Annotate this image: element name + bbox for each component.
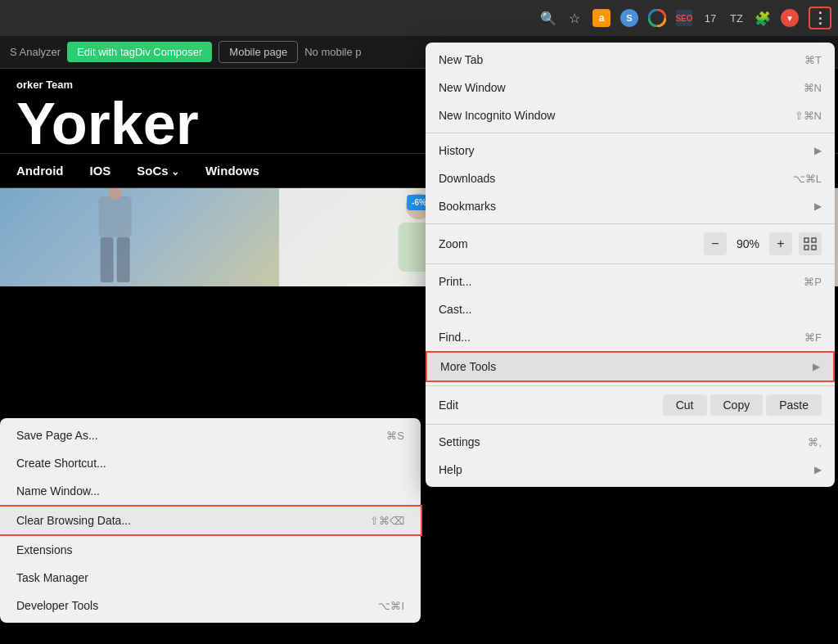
find-item[interactable]: Find... ⌘F (426, 323, 835, 351)
extensions-item[interactable]: Extensions (0, 536, 421, 564)
name-window-label: Name Window... (16, 484, 100, 498)
amazon-ext-icon[interactable]: a (592, 9, 610, 27)
more-tools-arrow-icon: ▶ (813, 361, 820, 372)
settings-shortcut: ⌘, (808, 436, 822, 448)
chrome-main-menu: New Tab ⌘T New Window ⌘N New Incognito W… (426, 43, 835, 487)
create-shortcut-label: Create Shortcut... (16, 457, 106, 470)
clear-browsing-label: Clear Browsing Data... (16, 514, 131, 527)
search-icon[interactable]: 🔍 (540, 10, 556, 26)
no-mobile-label: No mobile p (304, 46, 361, 58)
edit-row: Edit Cut Copy Paste (426, 390, 835, 421)
help-arrow-icon: ▶ (814, 464, 822, 475)
svg-rect-12 (812, 245, 816, 250)
developer-tools-label: Developer Tools (16, 599, 98, 612)
mobile-page-button[interactable]: Mobile page (219, 41, 298, 63)
svg-rect-3 (117, 237, 130, 282)
svg-rect-2 (101, 237, 114, 282)
new-window-item[interactable]: New Window ⌘N (426, 74, 835, 101)
new-incognito-shortcut: ⇧⌘N (795, 110, 822, 122)
developer-tools-item[interactable]: Developer Tools ⌥⌘I (0, 592, 421, 619)
divider-3 (426, 263, 835, 264)
nav-socs[interactable]: SoCs (137, 164, 179, 178)
history-label: History (439, 144, 808, 157)
create-shortcut-item[interactable]: Create Shortcut... (0, 449, 421, 477)
new-tab-shortcut: ⌘T (804, 54, 822, 66)
product-image-1 (0, 188, 279, 286)
edit-label: Edit (439, 399, 660, 412)
task-manager-label: Task Manager (16, 571, 88, 584)
svg-rect-1 (99, 196, 132, 237)
help-label: Help (439, 463, 808, 476)
extensions-label: Extensions (16, 543, 72, 556)
history-arrow-icon: ▶ (814, 145, 822, 156)
downloads-label: Downloads (439, 172, 793, 185)
zoom-fullscreen-button[interactable] (799, 232, 822, 255)
zoom-label: Zoom (439, 237, 697, 250)
divider-4 (426, 385, 835, 386)
task-manager-item[interactable]: Task Manager (0, 564, 421, 592)
history-item[interactable]: History ▶ (426, 137, 835, 164)
developer-tools-shortcut: ⌥⌘I (378, 600, 404, 612)
more-tools-submenu: Save Page As... ⌘S Create Shortcut... Na… (0, 418, 421, 623)
settings-label: Settings (439, 435, 808, 448)
color-ext-icon[interactable] (648, 9, 666, 27)
bookmarks-label: Bookmarks (439, 200, 808, 213)
new-incognito-item[interactable]: New Incognito Window ⇧⌘N (426, 101, 835, 129)
svg-rect-10 (812, 238, 816, 242)
divider-1 (426, 133, 835, 133)
copy-button[interactable]: Copy (710, 394, 764, 416)
name-window-item[interactable]: Name Window... (0, 477, 421, 505)
browser-icons: 🔍 ☆ a S SEO 17 TZ 🧩 ▼ ⋮ (540, 7, 831, 29)
save-page-label: Save Page As... (16, 429, 98, 442)
edit-tagdiv-button[interactable]: Edit with tagDiv Composer (67, 42, 212, 62)
new-tab-label: New Tab (439, 53, 804, 66)
bookmark-star-icon[interactable]: ☆ (566, 10, 583, 26)
chrome-menu-button[interactable]: ⋮ (809, 7, 831, 29)
new-window-shortcut: ⌘N (804, 82, 822, 94)
print-label: Print... (439, 275, 804, 288)
nav-windows[interactable]: Windows (205, 164, 259, 178)
nav-android[interactable]: Android (16, 164, 64, 178)
tz-ext-icon[interactable]: TZ (728, 10, 745, 26)
print-item[interactable]: Print... ⌘P (426, 268, 835, 295)
new-window-label: New Window (439, 81, 804, 94)
nav-ios[interactable]: IOS (90, 164, 111, 178)
zoom-value: 90% (733, 237, 763, 250)
help-item[interactable]: Help ▶ (426, 456, 835, 484)
number-ext-icon[interactable]: 17 (702, 10, 719, 26)
downloads-shortcut: ⌥⌘L (793, 173, 822, 185)
more-tools-label: More Tools (440, 360, 806, 373)
zoom-control-row: Zoom − 90% + (426, 227, 835, 260)
cast-item[interactable]: Cast... (426, 295, 835, 323)
cast-label: Cast... (439, 303, 822, 316)
zoom-plus-button[interactable]: + (769, 232, 792, 255)
more-tools-item[interactable]: More Tools ▶ (426, 351, 835, 382)
divider-5 (426, 424, 835, 425)
new-tab-item[interactable]: New Tab ⌘T (426, 46, 835, 74)
cut-button[interactable]: Cut (663, 394, 707, 416)
clear-browsing-shortcut: ⇧⌘⌫ (370, 515, 404, 527)
clear-browsing-data-item[interactable]: Clear Browsing Data... ⇧⌘⌫ (0, 505, 422, 536)
save-page-shortcut: ⌘S (386, 430, 404, 442)
bookmarks-item[interactable]: Bookmarks ▶ (426, 192, 835, 220)
browser-bar: 🔍 ☆ a S SEO 17 TZ 🧩 ▼ ⋮ (0, 0, 838, 36)
svg-rect-11 (804, 245, 809, 250)
save-page-as-item[interactable]: Save Page As... ⌘S (0, 421, 421, 449)
analyzer-label: S Analyzer (10, 46, 61, 58)
downloads-item[interactable]: Downloads ⌥⌘L (426, 164, 835, 192)
profile-icon[interactable]: ▼ (781, 9, 799, 27)
svg-rect-9 (804, 238, 809, 242)
scrivener-ext-icon[interactable]: S (620, 9, 638, 27)
bookmarks-arrow-icon: ▶ (814, 200, 822, 212)
find-shortcut: ⌘F (804, 331, 822, 344)
divider-2 (426, 223, 835, 224)
find-label: Find... (439, 331, 804, 344)
new-incognito-label: New Incognito Window (439, 109, 795, 122)
paste-button[interactable]: Paste (766, 394, 822, 416)
seo-ext-icon[interactable]: SEO (676, 10, 692, 26)
print-shortcut: ⌘P (804, 276, 822, 288)
settings-item[interactable]: Settings ⌘, (426, 428, 835, 456)
extensions-icon[interactable]: 🧩 (755, 10, 771, 26)
zoom-minus-button[interactable]: − (704, 232, 727, 255)
